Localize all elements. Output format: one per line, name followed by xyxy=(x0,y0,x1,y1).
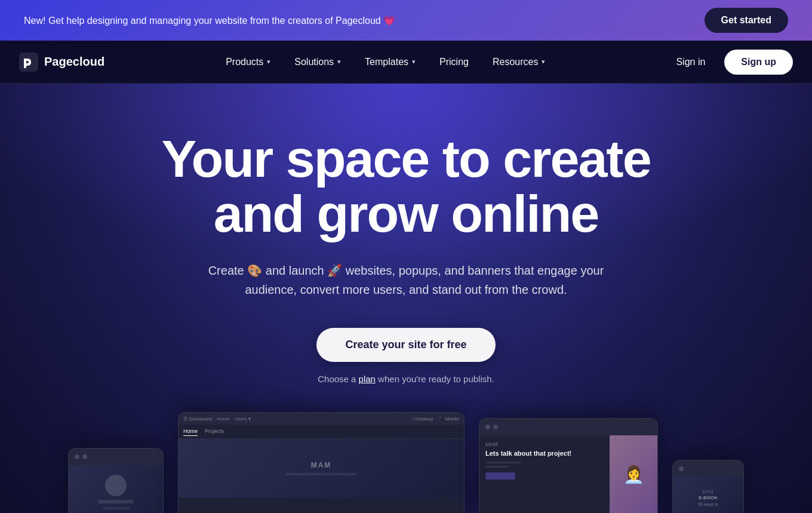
nav-pricing-label: Pricing xyxy=(439,57,469,67)
hero-screenshots: ☰ Dashboard Home Users ▾ □ Desktop 📱 Mob… xyxy=(0,394,812,513)
card-nav-center: Home Projects xyxy=(179,425,464,439)
card-center-mmm: MAM xyxy=(285,461,357,469)
card-far-right-subtitle: 50 ways to xyxy=(698,502,718,506)
card-center-preview: MAM xyxy=(179,439,464,497)
nav-templates-button[interactable]: Templates ▾ xyxy=(355,51,425,73)
nav-templates-label: Templates xyxy=(365,57,408,67)
card-dot-4 xyxy=(493,425,498,429)
card-toolbar-center: ☰ Dashboard Home Users ▾ □ Desktop 📱 Mob… xyxy=(179,413,464,425)
logo-text: Pagecloud xyxy=(44,55,104,69)
card-right-heading: Lets talk about that project! xyxy=(485,450,604,457)
card-header-right xyxy=(479,419,657,435)
card-dot-5 xyxy=(679,466,684,471)
card-mmm-label: MAM xyxy=(485,441,604,447)
main-nav: Pagecloud Products ▾ Solutions ▾ Templat… xyxy=(0,41,812,84)
hero-cta-button[interactable]: Create your site for free xyxy=(316,328,495,362)
nav-actions: Sign in Sign up xyxy=(666,50,793,75)
resources-chevron-icon: ▾ xyxy=(542,58,545,66)
card-header-left xyxy=(69,449,163,465)
screenshot-card-far-right: MPM E-BOOK 50 ways to xyxy=(672,460,744,513)
nav-resources-label: Resources xyxy=(493,57,538,67)
screenshot-card-left xyxy=(68,448,164,513)
nav-logo[interactable]: Pagecloud xyxy=(19,53,104,72)
announcement-text: New! Get help designing and managing you… xyxy=(24,15,395,26)
card-right-image: 👩‍💼 xyxy=(610,435,657,513)
plan-text: Choose a plan when you're ready to publi… xyxy=(161,374,650,384)
plan-text-after: when you're ready to publish. xyxy=(376,374,494,384)
person-image-placeholder: 👩‍💼 xyxy=(623,465,644,484)
nav-resources-button[interactable]: Resources ▾ xyxy=(483,51,555,73)
card-name-field xyxy=(485,462,521,463)
card-submit-btn xyxy=(485,472,515,480)
card-far-right-preview: MPM E-BOOK 50 ways to xyxy=(673,477,743,513)
nav-item-solutions[interactable]: Solutions ▾ xyxy=(285,51,350,73)
card-far-right-type: E-BOOK xyxy=(698,495,718,500)
nav-pricing-button[interactable]: Pricing xyxy=(430,51,478,73)
get-started-button[interactable]: Get started xyxy=(705,8,788,33)
pagecloud-logo-icon xyxy=(19,53,38,72)
card-image-left xyxy=(69,465,163,513)
hero-section: Your space to createand grow online Crea… xyxy=(0,84,812,513)
nav-products-label: Products xyxy=(226,57,263,67)
screenshot-card-center: ☰ Dashboard Home Users ▾ □ Desktop 📱 Mob… xyxy=(178,412,465,513)
nav-links: Products ▾ Solutions ▾ Templates ▾ Prici… xyxy=(216,51,555,73)
card-nav-home: Home xyxy=(183,427,198,436)
card-far-right-label: MPM xyxy=(698,490,718,494)
card-toolbar-mobile: 📱 Mobile xyxy=(438,416,459,422)
card-toolbar-dashboard: ☰ Dashboard xyxy=(183,416,212,422)
card-dot-2 xyxy=(82,454,87,459)
card-toolbar-desktop: □ Desktop xyxy=(411,416,433,422)
card-dot-1 xyxy=(75,454,79,459)
nav-item-products[interactable]: Products ▾ xyxy=(216,51,280,73)
screenshot-card-right: MAM Lets talk about that project! 👩‍💼 xyxy=(479,418,658,513)
nav-item-resources[interactable]: Resources ▾ xyxy=(483,51,555,73)
nav-solutions-label: Solutions xyxy=(294,57,334,67)
nav-item-templates[interactable]: Templates ▾ xyxy=(355,51,425,73)
card-email-field xyxy=(485,466,509,468)
card-toolbar-home: Home xyxy=(217,416,229,422)
sign-up-button[interactable]: Sign up xyxy=(724,50,793,75)
card-right-content: MAM Lets talk about that project! 👩‍💼 xyxy=(479,435,657,513)
nav-solutions-button[interactable]: Solutions ▾ xyxy=(285,51,350,73)
hero-subtitle: Create 🎨 and launch 🚀 websites, popups, … xyxy=(203,261,609,299)
card-nav-projects: Projects xyxy=(205,427,224,436)
card-header-far-right xyxy=(673,460,743,477)
products-chevron-icon: ▾ xyxy=(267,58,270,66)
solutions-chevron-icon: ▾ xyxy=(337,58,341,66)
templates-chevron-icon: ▾ xyxy=(412,58,416,66)
plan-text-before: Choose a xyxy=(318,374,358,384)
sign-in-button[interactable]: Sign in xyxy=(666,51,715,73)
nav-products-button[interactable]: Products ▾ xyxy=(216,51,280,73)
announcement-banner: New! Get help designing and managing you… xyxy=(0,0,812,41)
card-right-text: MAM Lets talk about that project! xyxy=(479,435,610,513)
card-dot-3 xyxy=(485,425,490,429)
plan-link[interactable]: plan xyxy=(359,374,376,384)
nav-item-pricing[interactable]: Pricing xyxy=(430,51,478,73)
hero-title: Your space to createand grow online xyxy=(161,131,650,242)
card-toolbar-users: Users ▾ xyxy=(235,416,251,422)
hero-content: Your space to createand grow online Crea… xyxy=(147,131,665,384)
